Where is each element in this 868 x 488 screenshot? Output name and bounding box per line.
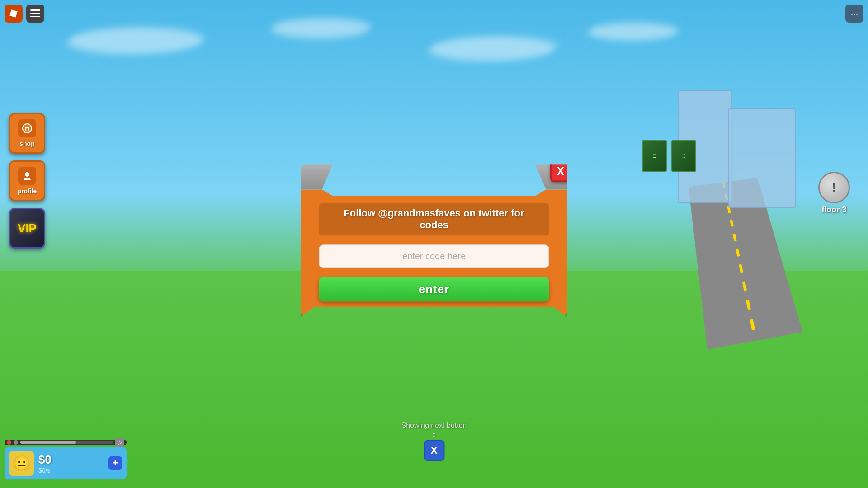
building-2 — [728, 108, 796, 208]
svg-rect-0 — [9, 9, 17, 17]
modal-body: Follow @grandmasfaves on twitter for cod… — [301, 189, 567, 317]
next-counter: 0 — [432, 432, 435, 438]
cloud-2 — [269, 18, 373, 38]
shop-icon — [18, 119, 36, 137]
next-x-button[interactable]: X — [424, 440, 444, 461]
shop-label: shop — [19, 140, 34, 147]
hud-progress-bar — [20, 441, 113, 444]
floor-indicator: ! floor 3 — [818, 172, 850, 215]
money-amount: $0 — [38, 453, 104, 467]
cloud-3 — [424, 36, 562, 61]
floor-label: floor 3 — [821, 205, 846, 215]
sidebar-item-vip[interactable]: VIP — [9, 208, 45, 249]
sidebar-item-profile[interactable]: profile — [9, 160, 45, 201]
cloud-1 — [63, 27, 208, 54]
code-input[interactable] — [319, 244, 549, 268]
hud-dot-gray — [14, 440, 18, 445]
floor-icon: ! — [818, 172, 850, 203]
hud-progress-fill — [20, 441, 76, 444]
showing-next-label: Showing next button — [401, 422, 467, 430]
svg-rect-3 — [30, 16, 40, 17]
hud-plus-button[interactable]: + — [108, 456, 122, 470]
svg-rect-1 — [30, 9, 40, 11]
bottom-center-panel: Showing next button 0 X — [401, 422, 467, 461]
modal-instruction: Follow @grandmasfaves on twitter for cod… — [319, 203, 549, 235]
svg-point-7 — [25, 172, 29, 177]
top-left-icons — [5, 5, 44, 23]
svg-rect-6 — [26, 128, 28, 131]
sidebar: shop profile VIP — [9, 113, 45, 249]
chat-icon[interactable]: ··· — [845, 5, 863, 23]
vip-icon: VIP — [18, 219, 36, 237]
billboard-area: ▪▪▪▪▪▪ ▪▪▪▪▪▪ — [642, 140, 696, 172]
sidebar-item-shop[interactable]: shop — [9, 113, 45, 154]
billboard-1: ▪▪▪▪▪▪ — [642, 140, 667, 172]
modal-header: CODES X — [301, 164, 567, 189]
cloud-4 — [586, 23, 679, 41]
top-right-icons: ··· — [845, 5, 863, 23]
hud-expand-button[interactable]: ▷ — [115, 438, 124, 447]
profile-label: profile — [18, 188, 37, 195]
hud: ▷ 😐 $0 $0/s + — [5, 440, 127, 479]
modal-title-box: CODES — [382, 168, 486, 190]
hud-bar: ▷ — [5, 440, 127, 445]
money-rate: $0/s — [38, 467, 104, 474]
profile-icon — [18, 167, 36, 185]
enter-code-button[interactable]: enter — [319, 277, 549, 301]
hud-dot-red — [7, 440, 11, 445]
roblox-icon[interactable] — [5, 5, 23, 23]
chat-icon-symbol: ··· — [851, 9, 859, 19]
modal-title: CODES — [409, 172, 459, 186]
codes-modal: CODES X Follow @grandmasfaves on twitter… — [301, 164, 567, 317]
hud-avatar: 😐 — [9, 451, 34, 476]
menu-icon[interactable] — [26, 5, 44, 23]
hud-money-panel: 😐 $0 $0/s + — [5, 447, 127, 479]
hud-money-info: $0 $0/s — [38, 453, 104, 474]
svg-rect-2 — [30, 13, 40, 14]
billboard-2: ▪▪▪▪▪▪ — [671, 140, 696, 172]
